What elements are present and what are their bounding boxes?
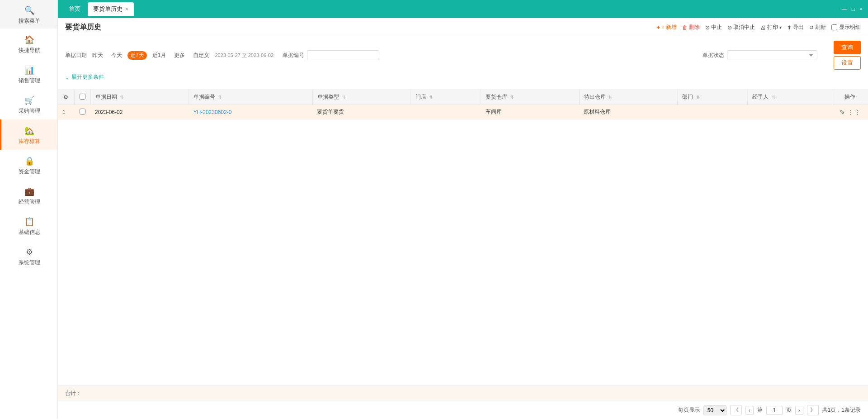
filter-status: 单据状态 xyxy=(703,50,817,60)
cell-action: ✎ ⋮⋮ xyxy=(832,105,868,119)
new-button[interactable]: + + 新增 xyxy=(657,24,677,31)
page-title: 要货单历史 xyxy=(65,23,101,32)
delete-button[interactable]: 🗑 删除 xyxy=(682,24,700,31)
sort-no-icon: ⇅ xyxy=(218,95,222,100)
page-input[interactable] xyxy=(766,406,783,415)
expand-more-button[interactable]: ⌄ 展开更多条件 xyxy=(65,72,104,82)
maximize-btn[interactable]: □ xyxy=(852,6,855,12)
cell-checkbox[interactable] xyxy=(74,105,90,119)
search-icon: 🔍 xyxy=(24,5,34,15)
order-no-label: 单据编号 xyxy=(283,52,304,59)
order-no-link[interactable]: YH-20230602-0 xyxy=(193,109,232,115)
table-header-row: ⚙ 单据日期 ⇅ 单据编号 ⇅ 单据类型 xyxy=(58,90,868,105)
date-label: 单据日期 xyxy=(65,52,87,59)
col-date[interactable]: 单据日期 ⇅ xyxy=(90,90,189,105)
purchase-icon: 🛒 xyxy=(24,95,34,105)
more-action-icon[interactable]: ⋮⋮ xyxy=(848,109,860,116)
status-select[interactable] xyxy=(727,50,817,60)
display-detail-checkbox[interactable] xyxy=(831,24,837,30)
tab-order-history[interactable]: 要货单历史 × xyxy=(88,2,134,16)
shortcut-7days[interactable]: 近7天 xyxy=(127,51,147,60)
select-all-checkbox[interactable] xyxy=(80,94,85,100)
expand-icon: ⌄ xyxy=(65,74,70,81)
cell-shop xyxy=(411,105,481,119)
page-header: 要货单历史 + + 新增 🗑 删除 ⊘ 中止 ⊘ 取消中止 xyxy=(58,18,868,36)
sort-type-icon: ⇅ xyxy=(342,95,345,100)
sidebar-item-inventory[interactable]: 🏡 库存核算 xyxy=(0,119,57,150)
shortcut-more[interactable]: 更多 xyxy=(171,51,188,60)
close-btn[interactable]: × xyxy=(859,6,863,12)
cell-type: 要货单要货 xyxy=(312,105,411,119)
prev-page-button[interactable]: ‹ xyxy=(745,406,754,415)
cell-pending-warehouse: 原材料仓库 xyxy=(579,105,678,119)
table-container: ⚙ 单据日期 ⇅ 单据编号 ⇅ 单据类型 xyxy=(58,90,868,386)
filter-order-no: 单据编号 xyxy=(283,50,379,60)
cell-req-warehouse: 车间库 xyxy=(481,105,580,119)
query-button[interactable]: 查询 xyxy=(834,41,861,54)
sidebar-item-operation[interactable]: 💼 经营管理 xyxy=(0,180,57,210)
col-type[interactable]: 单据类型 ⇅ xyxy=(312,90,411,105)
refresh-button[interactable]: ↺ 刷新 xyxy=(809,24,826,31)
sidebar: 🔍 搜索菜单 🏠 快捷导航 📊 销售管理 🛒 采购管理 🏡 库存核算 🔒 资金管… xyxy=(0,0,58,419)
order-no-input[interactable] xyxy=(307,50,379,60)
cell-no: YH-20230602-0 xyxy=(189,105,312,119)
col-dept[interactable]: 部门 ⇅ xyxy=(678,90,748,105)
print-button[interactable]: 🖨 打印 ▾ xyxy=(760,24,782,31)
shortcut-1month[interactable]: 近1月 xyxy=(150,51,169,60)
new-icon: + xyxy=(657,24,660,31)
basic-icon: 📋 xyxy=(24,217,34,227)
sort-pending-icon: ⇅ xyxy=(609,95,612,100)
col-settings[interactable]: ⚙ xyxy=(58,90,74,105)
col-pending-warehouse[interactable]: 待出仓库 ⇅ xyxy=(579,90,678,105)
home-icon: 🏠 xyxy=(24,35,34,45)
shortcut-custom[interactable]: 自定义 xyxy=(190,51,212,60)
total-records: 共1页，1条记录 xyxy=(822,406,861,414)
edit-action-icon[interactable]: ✎ xyxy=(840,109,845,116)
sort-shop-icon: ⇅ xyxy=(429,95,433,100)
display-detail-toggle[interactable]: 显示明细 xyxy=(831,24,861,31)
table-row[interactable]: 1 2023-06-02 YH-20230602-0 要货单要货 车间库 原材料… xyxy=(58,105,868,119)
topbar-right-controls: — □ × xyxy=(842,6,863,12)
col-action: 操作 xyxy=(832,90,868,105)
status-label: 单据状态 xyxy=(703,52,724,59)
last-page-button[interactable]: 》 xyxy=(807,405,819,415)
shortcut-yesterday[interactable]: 昨天 xyxy=(90,51,106,60)
toolbar: + + 新增 🗑 删除 ⊘ 中止 ⊘ 取消中止 🖨 打印 xyxy=(657,24,861,31)
export-icon: ⬆ xyxy=(787,24,792,31)
first-page-button[interactable]: 《 xyxy=(730,405,742,415)
setting-button[interactable]: 设置 xyxy=(834,56,861,70)
operation-icon: 💼 xyxy=(24,186,34,196)
minimize-btn[interactable]: — xyxy=(842,6,847,12)
col-handler[interactable]: 经手人 ⇅ xyxy=(748,90,832,105)
sidebar-item-system[interactable]: ⚙ 系统管理 xyxy=(0,241,57,271)
shortcut-today[interactable]: 今天 xyxy=(108,51,125,60)
close-tab-icon[interactable]: × xyxy=(125,6,128,12)
sidebar-item-search-menu[interactable]: 🔍 搜索菜单 xyxy=(0,0,57,29)
next-page-button[interactable]: › xyxy=(795,406,803,415)
export-button[interactable]: ⬆ 导出 xyxy=(787,24,804,31)
col-req-warehouse[interactable]: 要货仓库 ⇅ xyxy=(481,90,580,105)
sidebar-item-purchase[interactable]: 🛒 采购管理 xyxy=(0,89,57,119)
main-area: 首页 要货单历史 × — □ × 要货单历史 + + 新增 🗑 删除 xyxy=(58,0,868,419)
sidebar-item-basic[interactable]: 📋 基础信息 xyxy=(0,210,57,241)
sidebar-item-quick-nav[interactable]: 🏠 快捷导航 xyxy=(0,29,57,59)
col-checkbox xyxy=(74,90,90,105)
stop-button[interactable]: ⊘ 中止 xyxy=(705,24,722,31)
refresh-icon: ↺ xyxy=(809,24,814,31)
table-footer: 合计： xyxy=(58,386,868,401)
sidebar-item-sales[interactable]: 📊 销售管理 xyxy=(0,59,57,89)
content-area: 要货单历史 + + 新增 🗑 删除 ⊘ 中止 ⊘ 取消中止 xyxy=(58,18,868,419)
tab-home[interactable]: 首页 xyxy=(63,2,86,16)
print-chevron-icon: ▾ xyxy=(779,25,782,30)
sidebar-item-finance[interactable]: 🔒 资金管理 xyxy=(0,150,57,180)
col-no[interactable]: 单据编号 ⇅ xyxy=(189,90,312,105)
inventory-icon: 🏡 xyxy=(24,126,34,136)
per-page-select[interactable]: 50 10 20 100 xyxy=(703,405,726,415)
filter-row-expand: ⌄ 展开更多条件 xyxy=(65,72,861,82)
col-shop[interactable]: 门店 ⇅ xyxy=(411,90,481,105)
cell-dept xyxy=(678,105,748,119)
page-label: 第 xyxy=(757,406,763,414)
print-icon: 🖨 xyxy=(760,24,766,31)
cancel-stop-button[interactable]: ⊘ 取消中止 xyxy=(727,24,755,31)
cell-handler xyxy=(748,105,832,119)
